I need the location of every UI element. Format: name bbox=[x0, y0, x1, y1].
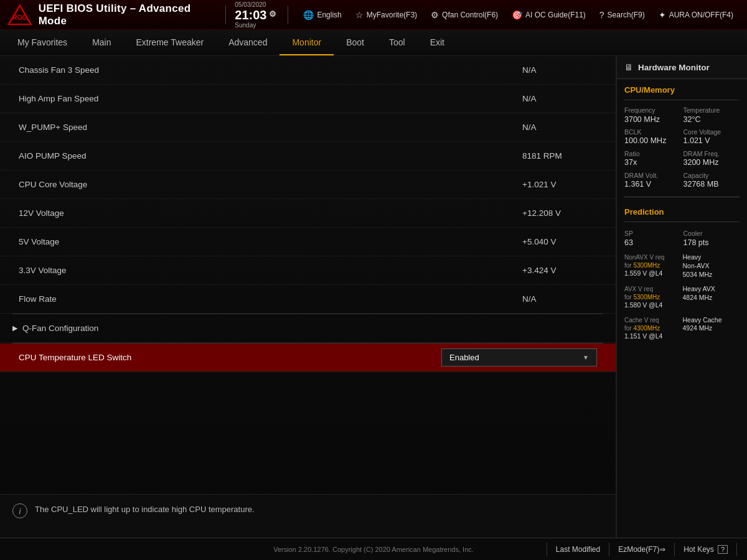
info-description: The CPU_LED will light up to indicate hi… bbox=[35, 503, 255, 516]
cpu-core-voltage-row[interactable]: CPU Core Voltage +1.021 V bbox=[0, 170, 616, 199]
language-btn[interactable]: 🌐 English bbox=[297, 7, 347, 23]
core-voltage-value: 1.021 V bbox=[684, 136, 740, 146]
aio-pump-row[interactable]: AIO PUMP Speed 8181 RPM bbox=[0, 142, 616, 170]
myfavorite-btn[interactable]: ☆ MyFavorite(F3) bbox=[349, 7, 423, 23]
bclk-value: 100.00 MHz bbox=[624, 136, 681, 146]
nav-main[interactable]: Main bbox=[80, 30, 123, 55]
cache-right: Heavy Cache 4924 MHz bbox=[683, 316, 740, 341]
dram-freq-value: 3200 MHz bbox=[684, 157, 740, 167]
nav-tool[interactable]: Tool bbox=[377, 30, 418, 55]
nav-exit[interactable]: Exit bbox=[418, 30, 457, 55]
3v3-voltage-row[interactable]: 3.3V Voltage +3.424 V bbox=[0, 256, 616, 285]
hw-monitor-title: Hardware Monitor bbox=[638, 63, 710, 72]
nav-advanced[interactable]: Advanced bbox=[216, 30, 280, 55]
avx-v-value: 1.580 V @L4 bbox=[624, 301, 682, 310]
cpu-memory-divider bbox=[624, 100, 740, 100]
qfan-btn[interactable]: ⚙ Qfan Control(F6) bbox=[425, 7, 504, 23]
core-voltage-cell: Core Voltage 1.021 V bbox=[684, 128, 740, 146]
sp-cooler-grid: SP 63 Cooler 178 pts bbox=[617, 226, 747, 251]
nav-bar: My Favorites Main Extreme Tweaker Advanc… bbox=[0, 30, 747, 56]
search-icon: ? bbox=[599, 10, 604, 20]
dropdown-box[interactable]: Enabled ▼ bbox=[441, 348, 597, 366]
cpu-temp-led-row[interactable]: CPU Temperature LED Switch Enabled ▼ bbox=[0, 343, 616, 372]
cache-left: Cache V req for 4300MHz 1.151 V @L4 bbox=[624, 316, 682, 341]
avx-heavy-label: Heavy AVX bbox=[683, 285, 740, 294]
last-modified-btn[interactable]: Last Modified bbox=[547, 543, 609, 556]
cache-heavy-label: Heavy Cache bbox=[683, 316, 740, 325]
hotkeys-btn[interactable]: Hot Keys ? bbox=[675, 543, 737, 556]
nav-monitor[interactable]: Monitor bbox=[280, 30, 334, 55]
sp-label: SP bbox=[624, 230, 681, 238]
prediction-section: SP 63 Cooler 178 pts NonAVX V req for 5 bbox=[617, 225, 747, 345]
cooler-value: 178 pts bbox=[684, 238, 740, 248]
logo-area: ROG UEFI BIOS Utility – Advanced Mode bbox=[7, 2, 212, 27]
globe-icon: 🌐 bbox=[303, 10, 314, 20]
frequency-label: Frequency bbox=[624, 106, 681, 114]
svg-text:ROG: ROG bbox=[12, 14, 27, 21]
hw-monitor-header: 🖥 Hardware Monitor bbox=[617, 56, 747, 79]
bclk-cell: BCLK 100.00 MHz bbox=[624, 128, 681, 146]
nav-boot[interactable]: Boot bbox=[334, 30, 377, 55]
nonavx-heavy-value: Non-AVX bbox=[683, 262, 740, 271]
avx-freq-value: 5300MHz bbox=[633, 294, 660, 301]
flow-rate-row[interactable]: Flow Rate N/A bbox=[0, 285, 616, 314]
aioc-btn[interactable]: 🎯 AI OC Guide(F11) bbox=[505, 7, 592, 23]
time-display: 21:03 ⚙ bbox=[235, 8, 276, 22]
nav-extreme-tweaker[interactable]: Extreme Tweaker bbox=[123, 30, 216, 55]
nonavx-for-label: for 5300MHz bbox=[624, 261, 682, 269]
qfan-config-header[interactable]: ▶ Q-Fan Configuration bbox=[0, 314, 616, 343]
capacity-value: 32768 MB bbox=[684, 179, 740, 189]
frequency-cell: Frequency 3700 MHz bbox=[624, 106, 681, 124]
ai-icon: 🎯 bbox=[512, 10, 522, 20]
bclk-label: BCLK bbox=[624, 128, 681, 136]
nonavx-req-label: NonAVX V req bbox=[624, 253, 682, 261]
bottom-bar: Last Modified EzMode(F7)⇒ Hot Keys ? Ver… bbox=[0, 538, 747, 560]
nonavx-right: Heavy Non-AVX 5034 MHz bbox=[683, 253, 740, 279]
aura-btn[interactable]: ✦ AURA ON/OFF(F4) bbox=[652, 7, 740, 23]
nav-my-favorites[interactable]: My Favorites bbox=[5, 30, 80, 55]
dram-freq-cell: DRAM Freq. 3200 MHz bbox=[684, 150, 740, 168]
cooler-label: Cooler bbox=[684, 230, 740, 238]
cache-freq-value: 4300MHz bbox=[633, 325, 660, 332]
prediction-divider bbox=[624, 222, 740, 222]
app-title: UEFI BIOS Utility – Advanced Mode bbox=[39, 2, 212, 27]
cache-row: Cache V req for 4300MHz 1.151 V @L4 Heav… bbox=[617, 314, 747, 343]
avx-req-label: AVX V req bbox=[624, 285, 682, 293]
ezmode-btn[interactable]: EzMode(F7)⇒ bbox=[609, 543, 675, 556]
bottom-actions-left: Last Modified EzMode(F7)⇒ Hot Keys ? bbox=[547, 543, 737, 556]
avx-right: Heavy AVX 4824 MHz bbox=[683, 285, 740, 310]
led-switch-dropdown[interactable]: Enabled ▼ bbox=[441, 348, 597, 366]
dram-volt-cell: DRAM Volt. 1.361 V bbox=[624, 172, 681, 190]
cpu-memory-section-title: CPU/Memory bbox=[617, 79, 747, 97]
chassis-fan-3-row[interactable]: Chassis Fan 3 Speed N/A bbox=[0, 56, 616, 85]
top-bar: ROG UEFI BIOS Utility – Advanced Mode 05… bbox=[0, 0, 747, 30]
sp-cell: SP 63 bbox=[624, 230, 681, 248]
section-divider bbox=[624, 197, 740, 197]
nonavx-left: NonAVX V req for 5300MHz 1.559 V @L4 bbox=[624, 253, 682, 279]
12v-voltage-row[interactable]: 12V Voltage +12.208 V bbox=[0, 199, 616, 228]
date-display: 05/03/2020 bbox=[235, 1, 266, 8]
hotkeys-icon: ? bbox=[718, 545, 728, 554]
avx-row: AVX V req for 5300MHz 1.580 V @L4 Heavy … bbox=[617, 283, 747, 312]
settings-gear-icon[interactable]: ⚙ bbox=[269, 10, 276, 19]
sp-value: 63 bbox=[624, 238, 681, 248]
avx-for-label: for 5300MHz bbox=[624, 293, 682, 301]
cooler-cell: Cooler 178 pts bbox=[684, 230, 740, 248]
dram-volt-label: DRAM Volt. bbox=[624, 172, 681, 180]
nonavx-freq-value: 5300MHz bbox=[633, 262, 660, 269]
cache-v-value: 1.151 V @L4 bbox=[624, 332, 682, 341]
left-panel: Chassis Fan 3 Speed N/A High Amp Fan Spe… bbox=[0, 56, 616, 538]
cache-heavy-value: 4924 MHz bbox=[683, 324, 740, 333]
dram-volt-value: 1.361 V bbox=[624, 179, 681, 189]
core-voltage-label: Core Voltage bbox=[684, 128, 740, 136]
info-bar: i The CPU_LED will light up to indicate … bbox=[0, 494, 616, 538]
high-amp-fan-row[interactable]: High Amp Fan Speed N/A bbox=[0, 85, 616, 113]
search-btn[interactable]: ? Search(F9) bbox=[593, 7, 651, 23]
app-wrapper: ROG UEFI BIOS Utility – Advanced Mode 05… bbox=[0, 0, 747, 560]
copyright-text: Version 2.20.1276. Copyright (C) 2020 Am… bbox=[273, 546, 474, 553]
5v-voltage-row[interactable]: 5V Voltage +5.040 V bbox=[0, 228, 616, 256]
main-content: Chassis Fan 3 Speed N/A High Amp Fan Spe… bbox=[0, 56, 747, 538]
top-actions: 🌐 English ☆ MyFavorite(F3) ⚙ Qfan Contro… bbox=[297, 7, 740, 23]
temperature-cell: Temperature 32°C bbox=[684, 106, 740, 124]
w-pump-row[interactable]: W_PUMP+ Speed N/A bbox=[0, 113, 616, 142]
